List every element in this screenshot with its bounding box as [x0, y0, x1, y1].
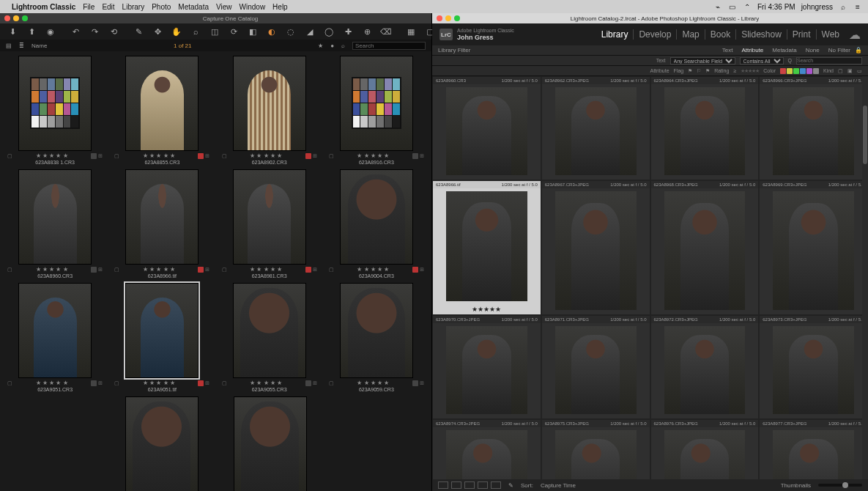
rotate-icon[interactable]: ⟳	[227, 25, 240, 38]
thumbnail[interactable]	[664, 326, 746, 414]
filter-preset[interactable]: No Filter	[828, 47, 850, 53]
bt-icon[interactable]: ⌃	[743, 2, 752, 11]
thumbnail[interactable]	[340, 169, 413, 265]
grid-cell[interactable]: ▢★ ★ ★ ★ ★⊞623A8838 1.CR3	[4, 56, 105, 166]
thumbnail[interactable]	[664, 87, 746, 175]
rating-stars[interactable]: ★ ★ ★ ★ ★	[250, 266, 282, 273]
rating-stars[interactable]: ★ ★ ★ ★ ★	[250, 380, 282, 386]
thumbnail[interactable]	[555, 430, 637, 479]
battery-icon[interactable]: ▭	[728, 2, 737, 11]
grid-cell[interactable]: 623A8976.CR3+JPEG1/200 sec at f / 5.0	[650, 419, 760, 479]
hand-icon[interactable]: ✋	[170, 25, 183, 38]
color-label-icon[interactable]	[412, 380, 418, 386]
app-name[interactable]: Lightroom Classic	[12, 3, 75, 11]
filter-text[interactable]: Text	[722, 47, 733, 53]
cursor-icon[interactable]: ✥	[151, 25, 164, 38]
pick-flag-icon[interactable]: ▢	[222, 267, 227, 273]
rating-stars[interactable]: ★ ★ ★ ★ ★	[143, 152, 175, 159]
variant-icon[interactable]: ⊞	[98, 153, 103, 159]
grid-cell[interactable]: ▢★ ★ ★ ★ ★⊞623A8916.CR3	[326, 56, 427, 166]
grid-cell[interactable]: ▢★ ★ ★ ★ ★⊞623A9065.CR3	[111, 396, 213, 491]
grid-cell[interactable]: ▢★ ★ ★ ★ ★⊞623A8902.CR3	[219, 56, 320, 166]
pick-flag-icon[interactable]: ▢	[222, 380, 227, 386]
grid-cell[interactable]: 623A8970.CR3+JPEG1/200 sec at f / 5.0	[432, 315, 541, 419]
menu-file[interactable]: File	[83, 3, 94, 11]
grid-cell[interactable]: 623A8966.CR3+JPEG1/200 sec at f / 5.0	[759, 76, 868, 180]
thumbnail[interactable]	[773, 430, 854, 479]
variant-icon[interactable]: ⊞	[205, 153, 209, 159]
variant-icon[interactable]: ⊞	[313, 380, 317, 386]
thumbnail[interactable]	[555, 87, 637, 175]
scroll-thumb[interactable]	[863, 106, 867, 164]
spotlight-icon[interactable]: ⌕	[839, 2, 847, 11]
view-mode-icon[interactable]: ▤	[6, 43, 12, 49]
module-book[interactable]: Book	[705, 29, 735, 40]
thumb-size-slider[interactable]	[818, 484, 862, 487]
thumbnail[interactable]	[125, 283, 199, 378]
color-label-icon[interactable]	[91, 380, 97, 386]
menu-photo[interactable]: Photo	[152, 3, 171, 11]
thumbnail[interactable]	[18, 169, 92, 265]
rating-stars[interactable]: ★ ★ ★ ★ ★	[36, 380, 68, 386]
module-library[interactable]: Library	[596, 29, 634, 40]
thumbnail[interactable]	[555, 326, 637, 414]
thumbnail[interactable]	[233, 56, 306, 151]
identity-plate[interactable]: John Gress	[457, 34, 494, 41]
thumbnail[interactable]	[446, 191, 527, 301]
color-label-icon[interactable]	[198, 380, 204, 386]
thumbnail[interactable]	[234, 396, 307, 491]
pick-flag-icon[interactable]: ▢	[114, 380, 119, 386]
grid-cell[interactable]: 623A8971.CR3+JPEG1/200 sec at f / 5.0	[541, 315, 650, 419]
rating-stars[interactable]: ★ ★ ★ ★ ★	[357, 152, 389, 159]
flag-picked-icon[interactable]: ⚑	[688, 68, 692, 74]
flag-unpicked-icon[interactable]: ⚐	[697, 68, 701, 74]
grid-cell[interactable]: 623A8974.CR3+JPEG1/200 sec at f / 5.0	[432, 419, 541, 479]
color-label-icon[interactable]	[412, 153, 418, 159]
grid-cell[interactable]: ▢★ ★ ★ ★ ★⊞623A9055.CR3	[219, 283, 320, 394]
variant-icon[interactable]: ⊞	[420, 153, 424, 159]
color-label-icon[interactable]	[305, 380, 311, 386]
thumbnail[interactable]	[233, 169, 306, 265]
grid-cell[interactable]: ▢★ ★ ★ ★ ★⊞623A8966.tif	[111, 169, 212, 280]
clone-icon[interactable]: ⊕	[360, 25, 374, 38]
rating-stars[interactable]: ★ ★ ★ ★ ★	[250, 152, 282, 159]
variant-icon[interactable]: ⊞	[420, 380, 424, 386]
pick-flag-icon[interactable]: ▢	[7, 380, 12, 386]
flag-reject-icon[interactable]: ⚑	[705, 68, 710, 74]
menu-library[interactable]: Library	[122, 3, 145, 11]
search-rule-select[interactable]: Contains All	[740, 57, 784, 64]
variant-icon[interactable]: ⊞	[313, 267, 317, 273]
redo-icon[interactable]: ↷	[88, 25, 101, 38]
pick-flag-icon[interactable]: ▢	[7, 153, 12, 159]
sort-label[interactable]: Name	[31, 43, 47, 49]
thumbnail[interactable]	[446, 87, 527, 175]
rating-stars[interactable]: ★ ★ ★ ★ ★	[36, 152, 68, 159]
painter-icon[interactable]: ✎	[508, 482, 513, 489]
brush-icon[interactable]: ✎	[132, 25, 145, 38]
grid-cell[interactable]: 623A8960.CR31/200 sec at f / 5.0	[432, 76, 541, 180]
menu-view[interactable]: View	[216, 3, 232, 11]
thumbnail[interactable]	[18, 283, 92, 378]
eraser-icon[interactable]: ⌫	[379, 25, 393, 38]
pick-flag-icon[interactable]: ▢	[114, 267, 119, 273]
thumbnail[interactable]	[773, 87, 854, 175]
rating-stars[interactable]: ★★★★★	[741, 68, 759, 74]
zoom-icon[interactable]: ⌕	[189, 25, 202, 38]
grid-cell[interactable]: ▢★ ★ ★ ★ ★⊞623A8960.CR3	[4, 169, 105, 280]
grid-cell[interactable]: ▢★ ★ ★ ★ ★⊞623A9051.tif	[111, 283, 212, 394]
menu-metadata[interactable]: Metadata	[178, 3, 209, 11]
filter-lock-icon[interactable]: 🔒	[855, 47, 862, 53]
heal-icon[interactable]: ✚	[341, 25, 355, 38]
menubar-clock[interactable]: Fri 4:36 PM	[757, 3, 795, 11]
min-icon[interactable]	[13, 15, 19, 21]
thumbnail[interactable]	[664, 191, 746, 310]
grid-mode-icon[interactable]	[438, 481, 448, 489]
rating-geq-icon[interactable]: ≥	[733, 68, 736, 73]
reset-icon[interactable]: ⟲	[107, 25, 120, 38]
color-label-icon[interactable]	[91, 267, 97, 273]
max-icon[interactable]	[454, 15, 460, 21]
menu-edit[interactable]: Edit	[102, 3, 114, 11]
compare-mode-icon[interactable]	[464, 481, 475, 489]
left-search-input[interactable]	[352, 42, 426, 50]
filter-search-input[interactable]	[796, 57, 862, 64]
